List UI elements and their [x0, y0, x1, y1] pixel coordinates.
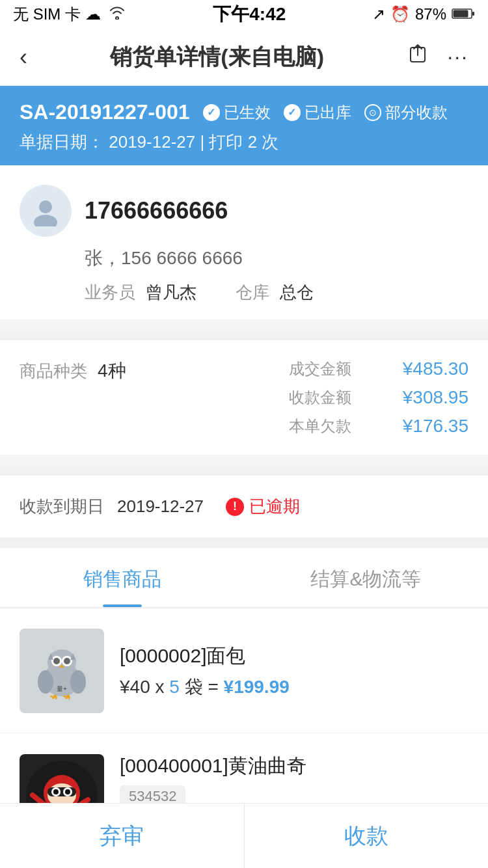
battery-icon	[452, 5, 475, 23]
clock-icon: ⊙	[364, 104, 381, 121]
order-id: SA-20191227-001	[20, 100, 190, 124]
received-label: 收款金额	[289, 387, 351, 408]
page-title: 销货单详情(来自电脑)	[110, 42, 324, 72]
nav-actions: ···	[407, 44, 468, 70]
order-banner: SA-20191227-001 ✓ 已生效 ✓ 已出库 ⊙ 部分收款 单据日期：…	[0, 86, 488, 165]
warehouse-label: 仓库	[236, 282, 269, 302]
status-partial: ⊙ 部分收款	[364, 102, 448, 123]
customer-meta: 业务员 曾凡杰 仓库 总仓	[85, 281, 468, 304]
product-name-2: [000400001]黄油曲奇	[120, 753, 468, 780]
customer-detail: 张，156 6666 6666	[85, 246, 468, 271]
warehouse-name: 总仓	[280, 282, 314, 302]
status-bar: 无 SIM 卡 ☁ 下午4:42 ↗ ⏰ 87%	[0, 0, 488, 29]
check-icon-effective: ✓	[203, 104, 220, 121]
svg-point-10	[53, 658, 60, 664]
sim-label: 无 SIM 卡 ☁	[13, 4, 101, 25]
stats-section: 商品种类 4种 成交金额 ¥485.30 收款金额 ¥308.95 本单欠款 ¥…	[0, 340, 488, 455]
list-item: 量+ [0000002]面包 ¥40 x 5 袋 = ¥199.99	[0, 609, 488, 733]
product-price-1: ¥40 x 5 袋 = ¥199.99	[120, 675, 468, 699]
confirm-button[interactable]: 收款	[245, 804, 489, 868]
status-time: 下午4:42	[213, 2, 286, 27]
more-icon[interactable]: ···	[447, 45, 468, 69]
svg-point-5	[34, 215, 57, 226]
overdue-text: 已逾期	[249, 495, 300, 518]
svg-rect-2	[453, 10, 468, 18]
wifi-icon	[107, 5, 127, 23]
status-effective: ✓ 已生效	[203, 102, 271, 123]
check-icon-shipped: ✓	[284, 104, 301, 121]
customer-phone: 17666666666	[85, 197, 228, 224]
svg-point-15	[38, 670, 53, 694]
due-section: 收款到期日 2019-12-27 ! 已逾期	[0, 476, 488, 537]
status-left: 无 SIM 卡 ☁	[13, 4, 127, 25]
svg-point-16	[70, 670, 86, 694]
tabs-bar: 销售商品 结算&物流等	[0, 548, 488, 608]
nav-bar: ‹ 销货单详情(来自电脑) ···	[0, 29, 488, 86]
location-icon: ↗	[372, 5, 385, 23]
status-shipped: ✓ 已出库	[284, 102, 351, 123]
overdue-badge: ! 已逾期	[217, 493, 309, 521]
customer-section: 17666666666 张，156 6666 6666 业务员 曾凡杰 仓库 总…	[0, 165, 488, 319]
svg-point-4	[39, 200, 52, 213]
received-value: ¥308.95	[364, 387, 468, 408]
svg-text:量+: 量+	[57, 685, 67, 692]
alarm-icon: ⏰	[390, 5, 410, 23]
bottom-bar: 弃审 收款	[0, 803, 488, 868]
status-right: ↗ ⏰ 87%	[372, 5, 475, 23]
agent-name: 曾凡杰	[146, 282, 197, 302]
product-thumbnail-1: 量+	[20, 629, 104, 713]
product-name-1: [0000002]面包	[120, 643, 468, 670]
battery-level: 87%	[415, 5, 446, 23]
category-label: 商品种类	[20, 360, 87, 383]
divider-1	[0, 330, 488, 340]
stats-right: 成交金额 ¥485.30 收款金额 ¥308.95 本单欠款 ¥176.35	[289, 359, 468, 437]
cancel-button[interactable]: 弃审	[0, 804, 245, 868]
svg-point-11	[64, 658, 70, 664]
product-info-1: [0000002]面包 ¥40 x 5 袋 = ¥199.99	[120, 643, 468, 699]
agent-label: 业务员	[85, 282, 135, 302]
share-icon[interactable]	[407, 44, 429, 70]
divider-2	[0, 465, 488, 476]
deal-label: 成交金额	[289, 359, 351, 379]
debt-label: 本单欠款	[289, 416, 351, 437]
due-label: 收款到期日	[20, 495, 104, 518]
back-button[interactable]: ‹	[20, 44, 27, 71]
divider-3	[0, 537, 488, 548]
due-date: 2019-12-27	[117, 496, 204, 517]
stats-left: 商品种类 4种	[20, 359, 289, 383]
svg-point-25	[65, 789, 70, 794]
svg-point-24	[53, 789, 59, 794]
svg-rect-1	[472, 12, 474, 16]
avatar	[20, 185, 72, 237]
tab-products[interactable]: 销售商品	[0, 548, 244, 607]
category-value: 4种	[98, 359, 126, 383]
order-date: 单据日期： 2019-12-27 | 打印 2 次	[20, 131, 468, 154]
debt-value: ¥176.35	[364, 416, 468, 437]
overdue-icon: !	[226, 498, 244, 516]
tab-settlement[interactable]: 结算&物流等	[244, 548, 488, 607]
deal-value: ¥485.30	[364, 359, 468, 379]
